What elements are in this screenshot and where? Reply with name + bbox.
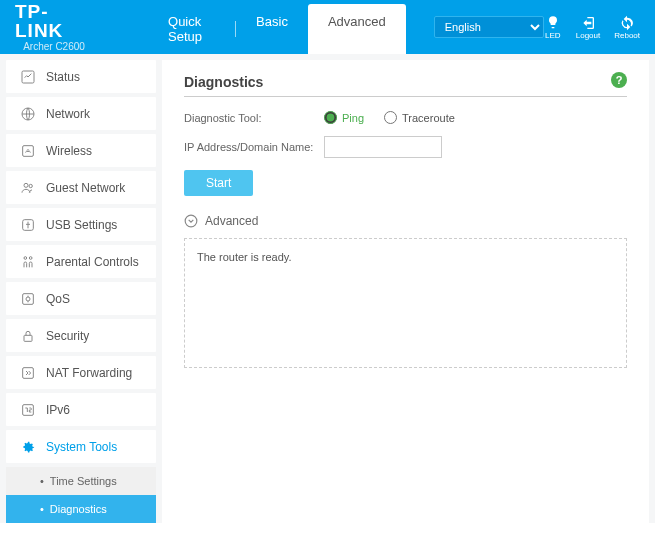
sidebar-item-nat[interactable]: NAT Forwarding <box>6 356 156 389</box>
svg-point-6 <box>24 256 27 259</box>
header-actions: LED Logout Reboot <box>544 15 640 40</box>
reboot-button[interactable]: Reboot <box>614 15 640 40</box>
sidebar-item-ipv6[interactable]: IPv6 <box>6 393 156 426</box>
sidebar-item-network[interactable]: Network <box>6 97 156 130</box>
row-diag-tool: Diagnostic Tool: Ping Traceroute <box>184 111 627 124</box>
radio-ping[interactable]: Ping <box>324 111 364 124</box>
led-button[interactable]: LED <box>544 15 562 40</box>
svg-rect-12 <box>23 404 34 415</box>
svg-point-4 <box>29 184 32 187</box>
submenu-diagnostics[interactable]: Diagnostics <box>6 495 156 523</box>
sidebar-item-guest[interactable]: Guest Network <box>6 171 156 204</box>
parental-icon <box>20 254 36 270</box>
led-icon <box>544 15 562 31</box>
ip-label: IP Address/Domain Name: <box>184 141 324 153</box>
advanced-toggle[interactable]: Advanced <box>184 214 627 228</box>
sidebar-item-system-tools[interactable]: System Tools <box>6 430 156 463</box>
ipv6-icon <box>20 402 36 418</box>
reboot-icon <box>618 15 636 31</box>
logout-icon <box>579 15 597 31</box>
wireless-icon <box>20 143 36 159</box>
model-label: Archer C2600 <box>23 42 85 52</box>
sidebar: Status Network Wireless Guest Network US… <box>0 54 156 523</box>
content: ? Diagnostics Diagnostic Tool: Ping Trac… <box>162 60 649 523</box>
result-text: The router is ready. <box>197 251 292 263</box>
logout-button[interactable]: Logout <box>576 15 600 40</box>
gear-icon <box>20 439 36 455</box>
diag-tool-radio-group: Ping Traceroute <box>324 111 455 124</box>
guest-icon <box>20 180 36 196</box>
tab-quick-setup[interactable]: Quick Setup <box>148 4 235 54</box>
sidebar-item-usb[interactable]: USB Settings <box>6 208 156 241</box>
logo-area: TP-LINK Archer C2600 <box>15 2 90 52</box>
tab-advanced[interactable]: Advanced <box>308 4 406 54</box>
help-button[interactable]: ? <box>611 72 627 88</box>
sidebar-item-wireless[interactable]: Wireless <box>6 134 156 167</box>
svg-rect-10 <box>24 335 32 341</box>
usb-icon <box>20 217 36 233</box>
language-select-wrapper: English <box>434 16 544 38</box>
diag-tool-label: Diagnostic Tool: <box>184 112 324 124</box>
nav-tabs: Quick Setup Basic Advanced <box>148 4 406 54</box>
result-box: The router is ready. <box>184 238 627 368</box>
svg-point-13 <box>185 215 197 227</box>
security-icon <box>20 328 36 344</box>
qos-icon <box>20 291 36 307</box>
sidebar-item-security[interactable]: Security <box>6 319 156 352</box>
submenu-time-settings[interactable]: Time Settings <box>6 467 156 495</box>
svg-point-9 <box>26 297 30 301</box>
radio-traceroute[interactable]: Traceroute <box>384 111 455 124</box>
language-select[interactable]: English <box>434 16 544 38</box>
main: Status Network Wireless Guest Network US… <box>0 54 655 523</box>
ip-input[interactable] <box>324 136 442 158</box>
svg-point-3 <box>24 183 28 187</box>
svg-rect-8 <box>23 293 34 304</box>
page-title: Diagnostics <box>184 74 627 97</box>
sidebar-item-parental[interactable]: Parental Controls <box>6 245 156 278</box>
brand-logo: TP-LINK <box>15 2 90 40</box>
nat-icon <box>20 365 36 381</box>
tab-basic[interactable]: Basic <box>236 4 308 54</box>
network-icon <box>20 106 36 122</box>
row-ip-address: IP Address/Domain Name: <box>184 136 627 158</box>
chevron-down-icon <box>184 214 198 228</box>
start-button[interactable]: Start <box>184 170 253 196</box>
header: TP-LINK Archer C2600 Quick Setup Basic A… <box>0 0 655 54</box>
sidebar-item-qos[interactable]: QoS <box>6 282 156 315</box>
svg-point-7 <box>29 256 32 259</box>
sidebar-item-status[interactable]: Status <box>6 60 156 93</box>
status-icon <box>20 69 36 85</box>
